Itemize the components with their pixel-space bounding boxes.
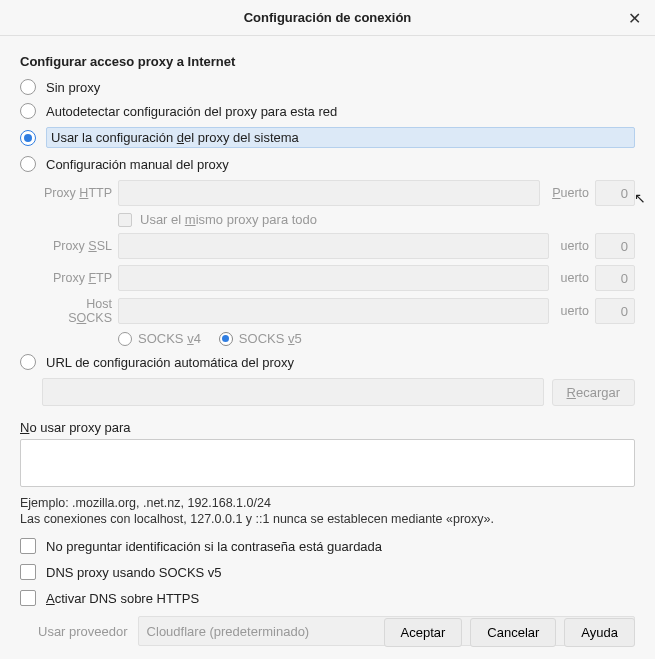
noproxy-example: Ejemplo: .mozilla.org, .net.nz, 192.168.… bbox=[20, 496, 635, 510]
radio-socks-v4[interactable]: SOCKS v4 bbox=[118, 331, 201, 346]
radio-icon bbox=[20, 103, 36, 119]
radio-socks-v5[interactable]: SOCKS v5 bbox=[219, 331, 302, 346]
checkbox-icon bbox=[20, 590, 36, 606]
radio-label-selected: Usar la configuración del proxy del sist… bbox=[46, 127, 635, 148]
checkbox-icon bbox=[118, 213, 132, 227]
check-label: Activar DNS sobre HTTPS bbox=[46, 591, 199, 606]
socks-version-row: SOCKS v4 SOCKS v5 bbox=[118, 331, 635, 346]
radio-icon-checked bbox=[219, 332, 233, 346]
ftp-proxy-row: Proxy FTP uerto bbox=[42, 265, 635, 291]
socks-v4-label: SOCKS v4 bbox=[138, 331, 201, 346]
port-label: Puerto bbox=[552, 186, 589, 200]
radio-icon bbox=[118, 332, 132, 346]
radio-autodetect[interactable]: Autodetectar configuración del proxy par… bbox=[20, 103, 635, 119]
auto-url-row: Recargar bbox=[42, 378, 635, 406]
socks-v5-label: SOCKS v5 bbox=[239, 331, 302, 346]
http-proxy-input[interactable] bbox=[118, 180, 540, 206]
same-proxy-label: Usar el mismo proxy para todo bbox=[140, 212, 317, 227]
socks-proxy-row: Host SOCKS uerto bbox=[42, 297, 635, 325]
radio-icon bbox=[20, 156, 36, 172]
auto-url-input[interactable] bbox=[42, 378, 544, 406]
socks-label: Host SOCKS bbox=[42, 297, 112, 325]
radio-icon bbox=[20, 354, 36, 370]
dialog-title: Configuración de conexión bbox=[244, 10, 412, 25]
radio-no-proxy[interactable]: Sin proxy bbox=[20, 79, 635, 95]
ftp-port-input[interactable] bbox=[595, 265, 635, 291]
check-label: No preguntar identificación si la contra… bbox=[46, 539, 382, 554]
dialog-header: Configuración de conexión ✕ bbox=[0, 0, 655, 36]
http-port-input[interactable] bbox=[595, 180, 635, 206]
http-label: Proxy HTTP bbox=[42, 186, 112, 200]
radio-system-proxy[interactable]: Usar la configuración del proxy del sist… bbox=[20, 127, 635, 148]
check-label: DNS proxy usando SOCKS v5 bbox=[46, 565, 222, 580]
dialog-footer: Aceptar Cancelar Ayuda bbox=[384, 618, 635, 647]
http-proxy-row: Proxy HTTP Puerto bbox=[42, 180, 635, 206]
radio-manual-proxy[interactable]: Configuración manual del proxy bbox=[20, 156, 635, 172]
close-icon: ✕ bbox=[628, 9, 641, 26]
radio-icon-checked bbox=[20, 130, 36, 146]
close-button[interactable]: ✕ bbox=[628, 8, 641, 27]
accept-button[interactable]: Aceptar bbox=[384, 618, 463, 647]
checkbox-icon bbox=[20, 564, 36, 580]
provider-label: Usar proveedor bbox=[38, 624, 128, 639]
cancel-button[interactable]: Cancelar bbox=[470, 618, 556, 647]
radio-label: Sin proxy bbox=[46, 80, 100, 95]
check-doh[interactable]: Activar DNS sobre HTTPS bbox=[20, 590, 635, 606]
radio-label: Autodetectar configuración del proxy par… bbox=[46, 104, 337, 119]
noproxy-textarea[interactable] bbox=[20, 439, 635, 487]
dialog-content: Configurar acceso proxy a Internet Sin p… bbox=[0, 36, 655, 658]
ssl-label: Proxy SSL bbox=[42, 239, 112, 253]
ssl-port-input[interactable] bbox=[595, 233, 635, 259]
socks-proxy-input[interactable] bbox=[118, 298, 549, 324]
noproxy-info: Las conexiones con localhost, 127.0.0.1 … bbox=[20, 512, 635, 526]
ssl-proxy-row: Proxy SSL uerto bbox=[42, 233, 635, 259]
radio-label: Configuración manual del proxy bbox=[46, 157, 229, 172]
port-label: uerto bbox=[561, 304, 590, 318]
ftp-proxy-input[interactable] bbox=[118, 265, 549, 291]
provider-value: Cloudflare (predeterminado) bbox=[147, 624, 310, 639]
check-noprompt[interactable]: No preguntar identificación si la contra… bbox=[20, 538, 635, 554]
help-button[interactable]: Ayuda bbox=[564, 618, 635, 647]
socks-port-input[interactable] bbox=[595, 298, 635, 324]
noproxy-label: No usar proxy para bbox=[20, 420, 635, 435]
reload-button[interactable]: Recargar bbox=[552, 379, 635, 406]
ftp-label: Proxy FTP bbox=[42, 271, 112, 285]
check-dnsproxy[interactable]: DNS proxy usando SOCKS v5 bbox=[20, 564, 635, 580]
checkbox-icon bbox=[20, 538, 36, 554]
section-title: Configurar acceso proxy a Internet bbox=[20, 54, 635, 69]
port-label: uerto bbox=[561, 271, 590, 285]
same-proxy-checkbox-row[interactable]: Usar el mismo proxy para todo bbox=[118, 212, 635, 227]
port-label: uerto bbox=[561, 239, 590, 253]
radio-auto-url[interactable]: URL de configuración automática del prox… bbox=[20, 354, 635, 370]
ssl-proxy-input[interactable] bbox=[118, 233, 549, 259]
radio-label: URL de configuración automática del prox… bbox=[46, 355, 294, 370]
manual-proxy-section: Proxy HTTP Puerto Usar el mismo proxy pa… bbox=[42, 180, 635, 346]
radio-icon bbox=[20, 79, 36, 95]
